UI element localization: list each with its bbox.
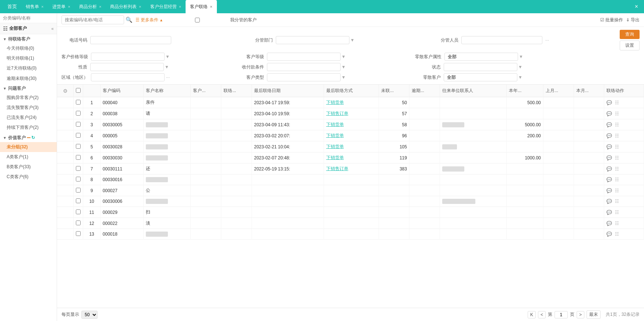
- row-checkbox[interactable]: [76, 209, 81, 214]
- settings-icon[interactable]: ⚙: [63, 88, 68, 94]
- row-checkbox[interactable]: [76, 198, 81, 203]
- manager-input[interactable]: [461, 36, 542, 44]
- settings-col-header[interactable]: ⚙: [57, 85, 74, 97]
- grid-action-icon[interactable]: ☷: [615, 188, 619, 193]
- row-checkbox[interactable]: [76, 133, 81, 138]
- row-checkbox[interactable]: [76, 166, 81, 171]
- close-sales-tab[interactable]: ×: [41, 4, 43, 9]
- checkbox-cell[interactable]: [74, 141, 83, 152]
- grid-action-icon[interactable]: ☷: [615, 155, 619, 160]
- sidebar-item-c-class[interactable]: C类客户(6): [0, 172, 57, 182]
- checkbox-cell[interactable]: [74, 229, 83, 240]
- region-select[interactable]: [91, 73, 165, 81]
- grid-action-icon[interactable]: ☷: [615, 144, 619, 149]
- price-level-select[interactable]: [91, 53, 165, 61]
- row-checkbox[interactable]: [76, 100, 81, 105]
- checkbox-cell[interactable]: [74, 218, 83, 229]
- last-month-col-header[interactable]: 上月...: [543, 85, 574, 97]
- collapse-icon[interactable]: «: [51, 26, 54, 31]
- checkbox-cell[interactable]: [74, 185, 83, 196]
- grid-action-icon[interactable]: ☷: [615, 111, 619, 116]
- close-product-analysis-list-tab[interactable]: ×: [139, 4, 141, 9]
- grid-action-icon[interactable]: ☷: [615, 232, 619, 237]
- prev-page-btn[interactable]: <: [538, 311, 546, 318]
- tab-purchase[interactable]: 进货单 ×: [48, 0, 74, 13]
- tab-product-analysis-list[interactable]: 商品分析列表 ×: [106, 0, 145, 13]
- contact-method-link[interactable]: 下销货单: [326, 122, 344, 127]
- more-conditions-btn[interactable]: ☰ 更多条件 ▲: [136, 17, 163, 23]
- code-col-header[interactable]: 客户编码: [100, 85, 143, 97]
- this-year-col-header[interactable]: 本年...: [507, 85, 543, 97]
- batch-op-btn[interactable]: ☑ 批量操作: [600, 17, 623, 23]
- tab-product-analysis[interactable]: 商品分析 ×: [75, 0, 106, 13]
- message-icon[interactable]: 💬: [606, 133, 612, 138]
- sidebar-item-declining[interactable]: 持续下滑客户(2): [0, 123, 57, 133]
- message-icon[interactable]: 💬: [606, 221, 612, 226]
- sidebar-item-tomorrow-pending[interactable]: 明天待联络(1): [0, 53, 57, 63]
- message-icon[interactable]: 💬: [606, 111, 612, 116]
- message-icon[interactable]: 💬: [606, 166, 612, 172]
- overdue-col-header[interactable]: 逾期...: [409, 85, 440, 97]
- tab-customer-contact[interactable]: 客户联络 ×: [186, 0, 217, 13]
- customer-type-col-header[interactable]: 客户...: [191, 85, 221, 97]
- row-checkbox[interactable]: [76, 231, 81, 236]
- row-checkbox[interactable]: [76, 122, 81, 127]
- manager-more-icon[interactable]: ···: [545, 38, 549, 43]
- checkbox-cell[interactable]: [74, 130, 83, 141]
- search-button[interactable]: 查询: [620, 30, 640, 39]
- sidebar-item-b-class[interactable]: B类客户(33): [0, 162, 57, 172]
- contact-method-link[interactable]: 下销货单: [326, 100, 344, 105]
- message-icon[interactable]: 💬: [606, 210, 612, 215]
- select-all-checkbox[interactable]: [76, 88, 81, 93]
- sidebar-item-today-pending[interactable]: 今天待联络(0): [0, 43, 57, 53]
- search-input[interactable]: [61, 15, 124, 24]
- row-checkbox[interactable]: [76, 155, 81, 160]
- checkbox-cell[interactable]: [74, 196, 83, 207]
- this-month-col-header[interactable]: 本月...: [574, 85, 604, 97]
- message-icon[interactable]: 💬: [606, 177, 612, 182]
- nature-select[interactable]: [90, 63, 164, 71]
- checkbox-cell[interactable]: [74, 152, 83, 163]
- sidebar-item-hoarding[interactable]: 囤购异常客户(2): [0, 93, 57, 103]
- grid-action-icon[interactable]: ☷: [615, 100, 619, 105]
- close-product-analysis-tab[interactable]: ×: [99, 4, 101, 9]
- close-customer-segment-tab[interactable]: ×: [179, 4, 181, 9]
- contact-method-link[interactable]: 下销售订单: [326, 111, 348, 116]
- message-icon[interactable]: 💬: [606, 199, 612, 204]
- contact-method-link[interactable]: 下销货单: [326, 133, 344, 138]
- dept-select[interactable]: [276, 36, 349, 44]
- checkbox-cell[interactable]: [74, 108, 83, 119]
- checkbox-cell[interactable]: [74, 174, 83, 185]
- grid-action-icon[interactable]: ☷: [615, 210, 619, 215]
- sparse-attr-select[interactable]: 全部: [444, 53, 518, 61]
- all-customers-header[interactable]: ☷ 全部客户 «: [0, 23, 57, 34]
- message-icon[interactable]: 💬: [606, 100, 612, 105]
- checkbox-cell[interactable]: [74, 163, 83, 174]
- grid-action-icon[interactable]: ☷: [615, 177, 619, 182]
- sidebar-item-churned[interactable]: 已流失客户(24): [0, 113, 57, 123]
- row-checkbox[interactable]: [76, 111, 81, 116]
- checkbox-cell[interactable]: [74, 119, 83, 130]
- row-checkbox[interactable]: [76, 188, 81, 193]
- sparse-customer-select[interactable]: 全部: [444, 73, 517, 81]
- my-customers-checkbox[interactable]: 我分管的客户: [166, 17, 257, 23]
- grid-action-icon[interactable]: ☷: [615, 133, 619, 138]
- per-page-select[interactable]: 50: [81, 311, 98, 319]
- sidebar-item-ungroup[interactable]: 未分组(32): [0, 142, 57, 152]
- contact-method-link[interactable]: 下销货单: [326, 155, 344, 160]
- first-page-btn[interactable]: K: [528, 311, 536, 318]
- message-icon[interactable]: 💬: [606, 232, 612, 237]
- no-contact-col-header[interactable]: 未联...: [379, 85, 409, 97]
- sidebar-item-a-class[interactable]: A类客户(1): [0, 152, 57, 162]
- row-checkbox[interactable]: [76, 221, 81, 225]
- grid-action-icon[interactable]: ☷: [615, 166, 619, 172]
- last-page-btn[interactable]: 最末: [587, 310, 601, 319]
- payment-select[interactable]: [267, 63, 341, 71]
- next-page-btn[interactable]: >: [577, 311, 584, 318]
- checkbox-cell[interactable]: [74, 207, 83, 218]
- region-more-icon[interactable]: ···: [166, 75, 170, 80]
- customer-level-select[interactable]: [267, 53, 341, 61]
- value-customers-group[interactable]: ▼ 价值客户 ↻: [0, 133, 57, 142]
- phone-input[interactable]: [90, 36, 171, 44]
- checkbox-col-header[interactable]: [74, 85, 83, 97]
